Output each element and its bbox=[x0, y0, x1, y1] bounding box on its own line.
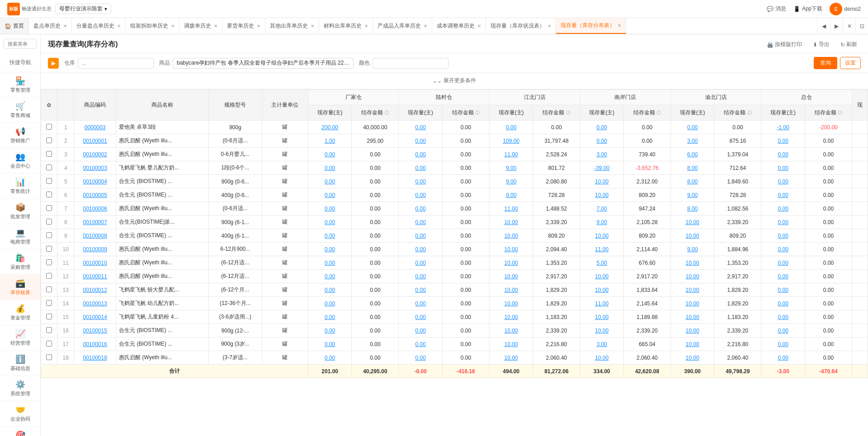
td-lcc-qty[interactable]: 0.00 bbox=[399, 188, 443, 202]
td-namd-qty[interactable]: 7.00 bbox=[580, 202, 624, 216]
td-jbmd-qty[interactable]: 9.00 bbox=[489, 188, 533, 202]
td-namd-qty[interactable]: 10.00 bbox=[580, 188, 624, 202]
row-checkbox[interactable] bbox=[46, 341, 52, 347]
tab-yaohuo[interactable]: 要货单历史 ✕ bbox=[222, 18, 265, 34]
td-yubmd-qty[interactable]: 8.00 bbox=[670, 161, 714, 175]
td-yubmd-qty[interactable]: 3.00 bbox=[670, 134, 714, 148]
sidebar-item-retail-stats[interactable]: 📊 零售统计 bbox=[0, 173, 40, 199]
td-namd-qty[interactable]: 10.00 bbox=[580, 270, 624, 283]
tab-diaobbo-close[interactable]: ✕ bbox=[214, 23, 217, 28]
td-jbmd-qty[interactable]: 11.00 bbox=[489, 202, 533, 216]
industry-dropdown[interactable]: 母婴行业演示陈套 ▾ bbox=[55, 4, 111, 14]
td-total-qty[interactable]: 0.00 bbox=[761, 243, 805, 256]
sidebar-item-system[interactable]: ⚙️ 系统管理 bbox=[0, 376, 40, 401]
td-code[interactable]: 00100015 bbox=[74, 324, 116, 338]
td-cgc-qty[interactable]: 0.00 bbox=[308, 188, 352, 202]
row-checkbox[interactable] bbox=[46, 259, 52, 265]
td-namd-qty[interactable]: 11.00 bbox=[580, 243, 624, 256]
sidebar-item-enterprise[interactable]: 🤝 企业协同 bbox=[0, 401, 40, 427]
td-jbmd-qty[interactable]: 10.00 bbox=[489, 297, 533, 310]
td-lcc-qty[interactable]: 0.00 bbox=[399, 243, 443, 256]
tab-chanpinru-close[interactable]: ✕ bbox=[424, 23, 427, 28]
td-lcc-qty[interactable]: 0.00 bbox=[399, 121, 443, 134]
td-jbmd-qty[interactable]: 10.00 bbox=[489, 216, 533, 229]
print-btn[interactable]: 🖨️ 按模版打印 bbox=[763, 39, 806, 50]
td-lcc-qty[interactable]: 0.00 bbox=[399, 324, 443, 338]
td-cgc-qty[interactable]: 0.00 bbox=[308, 310, 352, 324]
td-cgc-qty[interactable]: 1.00 bbox=[308, 134, 352, 148]
td-code[interactable]: 00100014 bbox=[74, 310, 116, 324]
tab-fenpan-close[interactable]: ✕ bbox=[117, 23, 121, 28]
td-lcc-qty[interactable]: 0.00 bbox=[399, 202, 443, 216]
td-code[interactable]: 00100009 bbox=[74, 243, 116, 256]
td-yubmd-qty[interactable]: 10.00 bbox=[670, 229, 714, 243]
td-code[interactable]: 00100018 bbox=[74, 351, 116, 365]
search-button[interactable]: 查询 bbox=[814, 57, 837, 69]
td-namd-qty[interactable]: 3.00 bbox=[580, 148, 624, 161]
sidebar-item-retail-mgmt[interactable]: 🏪 零售管理 bbox=[0, 72, 40, 98]
td-lcc-qty[interactable]: 0.00 bbox=[399, 270, 443, 283]
td-namd-qty[interactable]: 10.00 bbox=[580, 310, 624, 324]
td-lcc-qty[interactable]: 0.00 bbox=[399, 148, 443, 161]
td-namd-qty[interactable]: 10.00 bbox=[580, 229, 624, 243]
tab-qitachu-close[interactable]: ✕ bbox=[311, 23, 314, 28]
tab-prev-btn[interactable]: ◀ bbox=[817, 18, 830, 34]
tab-zutai[interactable]: 组装拆卸单历史 ✕ bbox=[126, 18, 179, 34]
td-checkbox[interactable] bbox=[41, 148, 57, 161]
td-code[interactable]: 00100011 bbox=[74, 270, 116, 283]
row-checkbox[interactable] bbox=[46, 327, 52, 333]
settings-button[interactable]: 设置 bbox=[840, 57, 861, 69]
td-namd-qty[interactable]: 10.00 bbox=[580, 351, 624, 365]
td-cgc-qty[interactable]: 0.00 bbox=[308, 297, 352, 310]
td-cgc-qty[interactable]: 0.00 bbox=[308, 283, 352, 297]
tab-chanpinru[interactable]: 产成品入库单历史 ✕ bbox=[373, 18, 432, 34]
message-btn[interactable]: 💬 消息 bbox=[767, 5, 786, 13]
td-yubmd-qty[interactable]: 6.00 bbox=[670, 148, 714, 161]
td-lcc-qty[interactable]: 0.00 bbox=[399, 216, 443, 229]
td-namd-qty[interactable]: -39.00 bbox=[580, 161, 624, 175]
td-cgc-qty[interactable]: 0.00 bbox=[308, 256, 352, 270]
td-cgc-qty[interactable]: 0.00 bbox=[308, 270, 352, 283]
td-yubmd-qty[interactable]: 0.00 bbox=[670, 121, 714, 134]
td-yubmd-qty[interactable]: 8.00 bbox=[670, 175, 714, 188]
td-namd-qty[interactable]: 10.00 bbox=[580, 283, 624, 297]
td-cgc-qty[interactable]: 0.00 bbox=[308, 161, 352, 175]
td-checkbox[interactable] bbox=[41, 161, 57, 175]
td-checkbox[interactable] bbox=[41, 338, 57, 351]
td-jbmd-qty[interactable]: 10.00 bbox=[489, 229, 533, 243]
tab-xianzailiangbiao-close[interactable]: ✕ bbox=[547, 23, 551, 28]
tab-yaohuo-close[interactable]: ✕ bbox=[257, 23, 260, 28]
sidebar-item-inventory[interactable]: 🗃️ 库存核算 bbox=[0, 275, 40, 300]
td-checkbox[interactable] bbox=[41, 216, 57, 229]
td-total-qty[interactable]: 0.00 bbox=[761, 148, 805, 161]
td-checkbox[interactable] bbox=[41, 310, 57, 324]
td-total-qty[interactable]: 0.00 bbox=[761, 270, 805, 283]
row-checkbox[interactable] bbox=[46, 205, 52, 211]
td-total-qty[interactable]: 0.00 bbox=[761, 216, 805, 229]
td-checkbox[interactable] bbox=[41, 243, 57, 256]
expand-more-btn[interactable]: ⌄⌄ 展开更多条件 bbox=[429, 75, 480, 86]
td-code[interactable]: 00100006 bbox=[74, 202, 116, 216]
td-checkbox[interactable] bbox=[41, 351, 57, 365]
sidebar-item-finance[interactable]: 💰 资金管理 bbox=[0, 300, 40, 325]
tab-cailiaochu-close[interactable]: ✕ bbox=[364, 23, 368, 28]
td-checkbox[interactable] bbox=[41, 297, 57, 310]
td-jbmd-qty[interactable]: 10.00 bbox=[489, 338, 533, 351]
row-checkbox[interactable] bbox=[46, 273, 52, 279]
td-yubmd-qty[interactable]: 9.00 bbox=[670, 188, 714, 202]
td-lcc-qty[interactable]: 0.00 bbox=[399, 175, 443, 188]
td-total-qty[interactable]: 0.00 bbox=[761, 229, 805, 243]
tab-xianzaifenbu[interactable]: 现存量（库存分布表） ✕ bbox=[556, 18, 626, 34]
td-jbmd-qty[interactable]: 109.00 bbox=[489, 134, 533, 148]
td-code[interactable]: 00100001 bbox=[74, 134, 116, 148]
td-checkbox[interactable] bbox=[41, 175, 57, 188]
td-namd-qty[interactable]: 10.00 bbox=[580, 175, 624, 188]
td-lcc-qty[interactable]: 0.00 bbox=[399, 283, 443, 297]
td-lcc-qty[interactable]: 0.00 bbox=[399, 310, 443, 324]
td-total-qty[interactable]: 0.00 bbox=[761, 351, 805, 365]
row-checkbox[interactable] bbox=[46, 286, 52, 292]
td-code[interactable]: 00100005 bbox=[74, 188, 116, 202]
td-jbmd-qty[interactable]: 0.00 bbox=[489, 121, 533, 134]
td-lcc-qty[interactable]: 0.00 bbox=[399, 297, 443, 310]
row-checkbox[interactable] bbox=[46, 300, 52, 306]
